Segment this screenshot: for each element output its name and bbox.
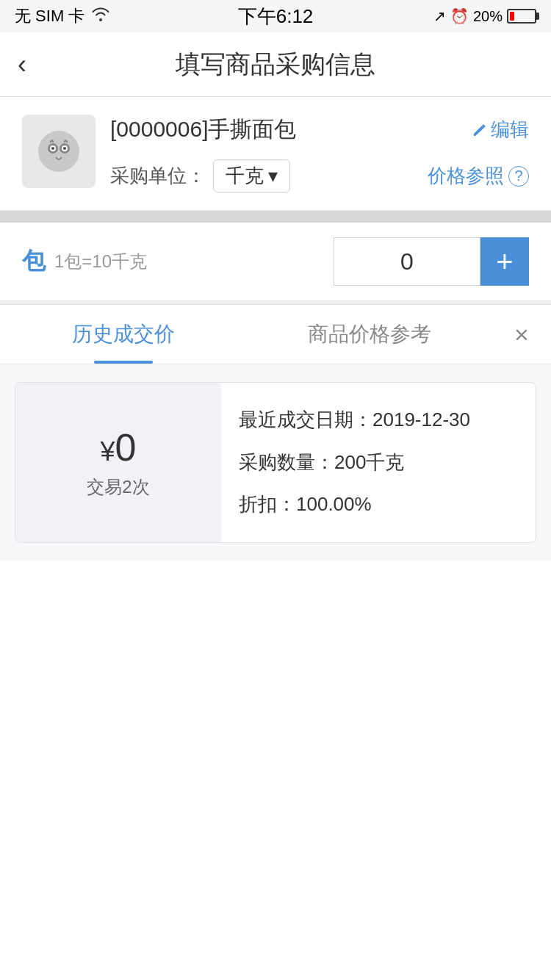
grey-divider (0, 211, 551, 223)
price-ref-label: 价格参照 (428, 163, 504, 189)
price-ref-button[interactable]: 价格参照 ? (428, 163, 529, 189)
product-image (22, 115, 96, 188)
nav-bar: ‹ 填写商品采购信息 (0, 32, 551, 97)
history-purchase-qty: 采购数量：200千克 (239, 447, 518, 478)
history-price: ¥0 (101, 425, 137, 469)
svg-point-6 (63, 147, 66, 150)
status-right: ↗ ⏰ 20% (433, 7, 536, 25)
tab-history-price[interactable]: 历史成交价 (0, 305, 246, 364)
carrier-text: 无 SIM 卡 (15, 5, 84, 27)
edit-button[interactable]: 编辑 (472, 117, 529, 143)
unit-value: 千克 (226, 163, 264, 189)
product-info: [0000006]手撕面包 编辑 采购单位： 千克 ▾ (110, 115, 529, 192)
product-header: [0000006]手撕面包 编辑 采购单位： 千克 ▾ (22, 115, 529, 192)
product-card: [0000006]手撕面包 编辑 采购单位： 千克 ▾ (0, 97, 551, 211)
history-left: ¥0 交易2次 (15, 383, 221, 542)
quantity-label: 包 1包=10千克 (22, 245, 147, 278)
battery-icon (507, 9, 536, 24)
quantity-input-group: + (334, 237, 529, 286)
quantity-row: 包 1包=10千克 + (0, 223, 551, 301)
unit-label: 采购单位： (110, 163, 206, 189)
tab-panel: 历史成交价 商品价格参考 × ¥0 交易2次 最近成交日期：2019-12-30… (0, 304, 551, 561)
history-right: 最近成交日期：2019-12-30 采购数量：200千克 折扣：100.00% (221, 383, 536, 542)
price-ref-help-icon: ? (508, 166, 529, 187)
status-left: 无 SIM 卡 (15, 5, 111, 27)
quantity-sub: 1包=10千克 (54, 250, 147, 273)
history-content: ¥0 交易2次 最近成交日期：2019-12-30 采购数量：200千克 折扣：… (0, 364, 551, 561)
unit-left: 采购单位： 千克 ▾ (110, 159, 290, 192)
dropdown-arrow: ▾ (268, 165, 278, 187)
tab-product-price[interactable]: 商品价格参考 (246, 305, 492, 364)
status-time: 下午6:12 (238, 4, 314, 29)
unit-row: 采购单位： 千克 ▾ 价格参照 ? (110, 159, 529, 192)
yen-symbol: ¥ (101, 436, 115, 466)
product-id: [0000006] (110, 117, 208, 141)
product-name: [0000006]手撕面包 (110, 115, 296, 145)
tab-close-button[interactable]: × (492, 305, 551, 364)
unit-dropdown[interactable]: 千克 ▾ (213, 159, 290, 192)
svg-point-0 (38, 131, 79, 172)
history-card: ¥0 交易2次 最近成交日期：2019-12-30 采购数量：200千克 折扣：… (15, 382, 536, 543)
svg-point-5 (51, 147, 54, 150)
tab-underline (94, 361, 153, 364)
back-button[interactable]: ‹ (18, 49, 26, 80)
page-rest (0, 561, 551, 980)
edit-icon (472, 122, 488, 138)
battery-text: 20% (473, 8, 503, 25)
tab-header: 历史成交价 商品价格参考 × (0, 305, 551, 364)
wifi-icon (90, 7, 111, 26)
location-icon: ↗ (433, 7, 446, 25)
page-title: 填写商品采购信息 (176, 48, 375, 82)
history-price-value: 0 (115, 426, 137, 469)
quantity-input[interactable] (334, 237, 480, 286)
history-discount: 折扣：100.00% (239, 489, 518, 520)
product-name-row: [0000006]手撕面包 编辑 (110, 115, 529, 145)
quantity-plus-button[interactable]: + (480, 237, 529, 286)
product-logo (37, 129, 81, 173)
quantity-unit-big: 包 (22, 245, 46, 278)
status-bar: 无 SIM 卡 下午6:12 ↗ ⏰ 20% (0, 0, 551, 32)
history-recent-date: 最近成交日期：2019-12-30 (239, 405, 518, 436)
product-title: 手撕面包 (208, 117, 296, 141)
alarm-icon: ⏰ (450, 7, 469, 25)
history-trade-count: 交易2次 (87, 475, 149, 499)
